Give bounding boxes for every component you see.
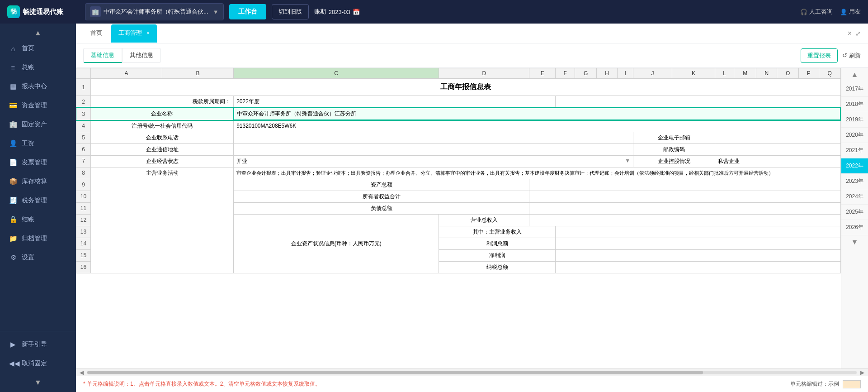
- tab-home[interactable]: 首页: [83, 24, 109, 43]
- row-num-6: 6: [76, 143, 91, 155]
- ledger-icon: ≡: [9, 64, 17, 72]
- main-biz-value[interactable]: 审查企业会计报表；出具审计报告；验证企业资本；出具验资报告；办理企业合并、分立、…: [234, 167, 840, 179]
- sheet-title-cell[interactable]: 工商年报信息表: [91, 79, 841, 96]
- edited-label: 单元格编辑过：示例: [790, 380, 839, 388]
- app-logo: 畅 畅捷通易代账: [7, 5, 80, 18]
- account-period: 账期 2023-03 📅: [314, 8, 360, 16]
- scroll-right-arrow[interactable]: ▶: [859, 369, 866, 376]
- total-tax-value[interactable]: [556, 261, 840, 273]
- tab-active-label: 工商管理: [118, 29, 142, 36]
- sidebar-item-fixed-assets[interactable]: 🏢 固定资产: [0, 115, 76, 134]
- user-avatar[interactable]: 👤 用友: [840, 8, 861, 16]
- sidebar-item-guide[interactable]: ▶ 新手引导: [0, 335, 76, 354]
- liabilities-value[interactable]: [529, 202, 840, 214]
- spreadsheet-main[interactable]: A B C D E F G H I J K L: [76, 68, 841, 368]
- row-num-4: 4: [76, 120, 91, 132]
- refresh-button[interactable]: ↺ 刷新: [842, 52, 861, 60]
- biz-status-value[interactable]: 开业 ▼: [234, 155, 633, 167]
- reg-code-value[interactable]: 91320100MA208E5W6K: [234, 120, 840, 132]
- holding-value[interactable]: 私营企业: [715, 155, 840, 167]
- year-2023[interactable]: 2023年: [841, 174, 868, 189]
- row-num-2: 2: [76, 96, 91, 108]
- year-2024[interactable]: 2024年: [841, 189, 868, 205]
- period-label-cell: 税款所属期间：: [91, 96, 234, 108]
- window-expand-icon[interactable]: ⤢: [855, 30, 861, 37]
- company-selector[interactable]: 🏢 中审众环会计师事务所（特殊普通合伙... ▼: [85, 3, 224, 20]
- total-assets-value[interactable]: [529, 179, 840, 191]
- biz-status-label: 企业经营状态: [91, 155, 234, 167]
- company-name-value-cell[interactable]: 中审众环会计师事务所（特殊普通合伙）江苏分所: [234, 108, 840, 120]
- net-profit-value[interactable]: [556, 249, 840, 261]
- sidebar-item-invoice[interactable]: 📄 发票管理: [0, 153, 76, 172]
- sidebar-item-settings[interactable]: ⚙ 设置: [0, 248, 76, 267]
- col-header-i: I: [618, 68, 633, 79]
- period-value-cell[interactable]: 2022年度: [234, 96, 556, 108]
- sidebar-scroll-down[interactable]: ▼: [0, 377, 76, 388]
- sidebar-item-salary[interactable]: 👤 工资: [0, 134, 76, 153]
- sidebar-scroll-up[interactable]: ▲: [0, 27, 76, 39]
- sheet-row-4: 4 注册号/统一社会信用代码 91320100MA208E5W6K: [76, 120, 841, 132]
- settings-icon: ⚙: [9, 253, 17, 262]
- sidebar-item-inventory[interactable]: 📦 库存核算: [0, 172, 76, 191]
- reset-report-button[interactable]: 重置报表: [801, 48, 838, 63]
- window-close-icon[interactable]: ×: [848, 29, 852, 38]
- col-header-e: E: [529, 68, 556, 79]
- sidebar-item-archive[interactable]: 📁 归档管理: [0, 229, 76, 248]
- col-header-j: J: [633, 68, 672, 79]
- main-revenue-value[interactable]: [556, 226, 840, 238]
- content-area: 基础信息 其他信息 重置报表 ↺ 刷新: [76, 43, 868, 392]
- sub-tab-other-label: 其他信息: [130, 52, 153, 58]
- sidebar-item-closing[interactable]: 🔒 结账: [0, 210, 76, 229]
- calendar-icon[interactable]: 📅: [353, 9, 360, 15]
- year-2018[interactable]: 2018年: [841, 97, 868, 112]
- total-profit-value[interactable]: [556, 238, 840, 249]
- sidebar-item-unpin[interactable]: ◀◀ 取消固定: [0, 354, 76, 373]
- row-num-13: 13: [76, 226, 91, 238]
- postal-value[interactable]: [715, 143, 840, 155]
- year-2025[interactable]: 2025年: [841, 205, 868, 220]
- reports-icon: ▦: [9, 82, 17, 91]
- funds-icon: 💳: [9, 101, 17, 110]
- address-value[interactable]: [234, 143, 633, 155]
- sidebar-bottom: ▶ 新手引导 ◀◀ 取消固定: [0, 331, 76, 377]
- scroll-track[interactable]: [87, 371, 857, 374]
- sub-tab-basic[interactable]: 基础信息: [83, 48, 122, 63]
- workbench-button[interactable]: 工作台: [229, 4, 266, 19]
- consult-button[interactable]: 🎧 人工咨询: [800, 8, 833, 16]
- sidebar-item-home[interactable]: ⌂ 首页: [0, 39, 76, 58]
- year-2021[interactable]: 2021年: [841, 143, 868, 158]
- sidebar-item-reports[interactable]: ▦ 报表中心: [0, 77, 76, 96]
- phone-value[interactable]: [234, 132, 633, 143]
- year-nav-down[interactable]: ▼: [841, 235, 868, 249]
- year-2019[interactable]: 2019年: [841, 112, 868, 128]
- company-name-label: 企业名称: [91, 108, 234, 120]
- sidebar-item-ledger[interactable]: ≡ 总账: [0, 58, 76, 77]
- total-revenue-value[interactable]: [529, 214, 840, 226]
- sidebar-label-unpin: 取消固定: [22, 359, 47, 368]
- row-num-10: 10: [76, 191, 91, 202]
- year-nav-up[interactable]: ▲: [841, 68, 868, 81]
- content-toolbar: 基础信息 其他信息 重置报表 ↺ 刷新: [76, 43, 868, 68]
- col-header-rownum: [76, 68, 91, 79]
- sidebar-item-funds[interactable]: 💳 资金管理: [0, 96, 76, 115]
- sheet-row-9: 9 资产总额: [76, 179, 841, 191]
- year-2017[interactable]: 2017年: [841, 81, 868, 97]
- scroll-thumb[interactable]: [87, 371, 703, 374]
- email-value[interactable]: [715, 132, 840, 143]
- horizontal-scrollbar[interactable]: ◀ ▶: [76, 368, 868, 376]
- scroll-left-arrow[interactable]: ◀: [78, 369, 85, 376]
- old-version-button[interactable]: 切到旧版: [272, 4, 309, 19]
- unpin-icon: ◀◀: [9, 359, 17, 368]
- sidebar-label-home: 首页: [22, 44, 34, 53]
- year-2020[interactable]: 2020年: [841, 128, 868, 143]
- sub-tab-other[interactable]: 其他信息: [122, 48, 161, 63]
- sidebar-item-tax[interactable]: 🧾 税务管理: [0, 191, 76, 210]
- sidebar-label-tax: 税务管理: [22, 196, 47, 205]
- tab-business-management[interactable]: 工商管理 ×: [111, 24, 157, 43]
- col-header-f: F: [556, 68, 575, 79]
- equity-value[interactable]: [529, 191, 840, 202]
- main-content: 首页 工商管理 × × ⤢ 基础信息 其他信息: [76, 24, 868, 392]
- tab-close-icon[interactable]: ×: [146, 30, 150, 36]
- year-2026[interactable]: 2026年: [841, 220, 868, 235]
- year-2022[interactable]: 2022年: [841, 158, 868, 174]
